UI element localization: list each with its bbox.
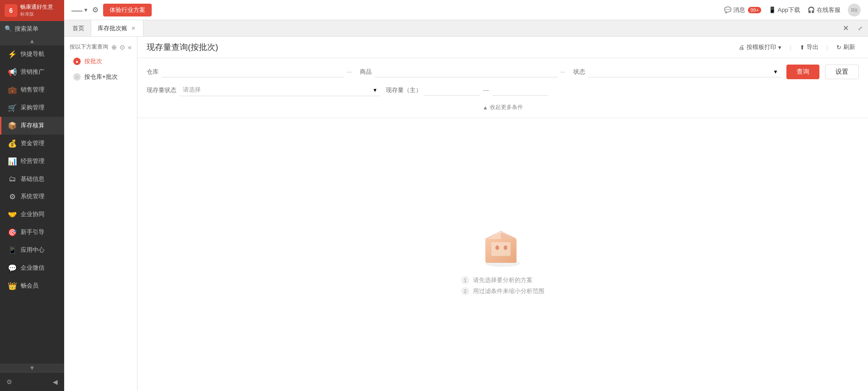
tab-home-label: 首页 (72, 24, 84, 33)
svg-point-5 (504, 245, 507, 250)
page-title: 现存量查询(按批次) (147, 42, 218, 53)
sidebar: 6 畅康通好生意 标准版 🔍 搜索菜单 ▲ ⚡ 快捷导航 📢 营销推广 💼 销售… (0, 0, 64, 391)
panel-expand-button[interactable]: ⤢ (854, 25, 866, 32)
sidebar-item-inventory[interactable]: 📦 库存核算 (0, 117, 64, 135)
warehouse-more-icon[interactable]: ··· (344, 68, 354, 76)
sidebar-item-marketing[interactable]: 📢 营销推广 (0, 63, 64, 81)
tab-home[interactable]: 首页 (66, 20, 91, 36)
svg-rect-3 (491, 242, 511, 256)
scheme-dot-active: ● (73, 58, 81, 65)
product-field: 商品 ··· (360, 66, 567, 77)
page-header: 现存量查询(按批次) 🖨 按模板打印 ▾ | ⬆ 导出 | ↻ (137, 37, 868, 58)
app-title: 畅康通好生意 (20, 4, 53, 11)
purchase-icon: 🛒 (8, 103, 17, 112)
sidebar-item-collab[interactable]: 🤝 企业协同 (0, 206, 64, 223)
collapse-panel-icon[interactable]: « (128, 43, 132, 51)
filter-row-1: 仓库 ··· 商品 ··· 状态 ▾ (147, 65, 859, 79)
app-subtitle: 标准版 (20, 11, 53, 17)
product-input[interactable] (374, 66, 557, 77)
guide-icon: 🎯 (8, 228, 17, 237)
sidebar-item-wechat[interactable]: 💬 企业微信 (0, 259, 64, 277)
app-download-button[interactable]: 📱 App下载 (769, 6, 800, 14)
set-button[interactable]: 设置 (825, 65, 859, 79)
inventory-status-select[interactable]: 请选择 ▾ (179, 84, 380, 96)
print-dropdown-icon[interactable]: ▾ (778, 44, 781, 51)
product-more-icon[interactable]: ··· (558, 68, 568, 76)
collapse-btn-label: 收起更多条件 (490, 103, 523, 111)
sidebar-item-basic[interactable]: 🗂 基础信息 (0, 170, 64, 188)
sidebar-item-purchase[interactable]: 🛒 采购管理 (0, 99, 64, 117)
sidebar-item-quick-nav[interactable]: ⚡ 快捷导航 (0, 45, 64, 63)
sidebar-item-sales[interactable]: 💼 销售管理 (0, 81, 64, 99)
settings-footer-icon[interactable]: ⚙ (5, 376, 14, 387)
settings-scheme-icon[interactable]: ⊙ (120, 43, 125, 51)
wechat-icon: 💬 (8, 264, 17, 272)
print-template-label: 按模板打印 (747, 43, 776, 51)
topbar: ▬▬ ▾ ⚙ 体验行业方案 💬 消息 99+ 📱 App下载 🎧 在线客服 Ri… (64, 0, 868, 20)
filter-panel: 按以下方案查询 ⊕ ⊙ « ● 按批次 ○ 按仓库+批次 (64, 37, 137, 391)
refresh-button[interactable]: ↻ 刷新 (833, 41, 859, 53)
inventory-status-field: 现存量状态 请选择 ▾ (147, 84, 380, 96)
panel-close-button[interactable]: ✕ (837, 24, 854, 33)
scheme-by-batch[interactable]: ● 按批次 (64, 54, 137, 69)
action-divider: | (790, 44, 791, 51)
filter-area: 仓库 ··· 商品 ··· 状态 ▾ (137, 58, 868, 118)
warehouse-input[interactable] (161, 66, 344, 77)
filter-panel-actions: ⊕ ⊙ « (111, 43, 132, 51)
inventory-qty-min-input[interactable] (424, 85, 479, 96)
sidebar-item-member[interactable]: 👑 畅会员 (0, 277, 64, 295)
collab-icon: 🤝 (8, 210, 17, 219)
tab-inventory-batch[interactable]: 库存批次账 ✕ (91, 20, 143, 36)
sidebar-item-label: 销售管理 (21, 86, 44, 94)
sidebar-item-label: 采购管理 (21, 103, 44, 112)
sidebar-item-guide[interactable]: 🎯 新手引导 (0, 223, 64, 241)
topbar-settings-icon[interactable]: ⚙ (92, 5, 99, 14)
service-icon: 🎧 (808, 6, 815, 13)
trial-button[interactable]: 体验行业方案 (103, 4, 152, 16)
svg-point-4 (495, 245, 499, 250)
sidebar-item-label: 营销推广 (21, 68, 44, 76)
print-icon: 🖨 (739, 44, 745, 51)
messages-button[interactable]: 💬 消息 99+ (724, 6, 761, 14)
query-button[interactable]: 查询 (786, 65, 819, 79)
export-button[interactable]: ⬆ 导出 (796, 41, 822, 53)
sidebar-item-system[interactable]: ⚙ 系统管理 (0, 188, 64, 206)
empty-hint-1: 1 请先选择要分析的方案 (461, 276, 544, 284)
system-icon: ⚙ (8, 192, 17, 201)
sidebar-scroll-down[interactable]: ▼ (0, 364, 64, 372)
hint-text-1: 请先选择要分析的方案 (473, 276, 533, 284)
sidebar-item-finance[interactable]: 💰 资金管理 (0, 135, 64, 152)
collapse-filter-button[interactable]: ▲ 收起更多条件 (147, 101, 859, 111)
scheme-by-warehouse-batch[interactable]: ○ 按仓库+批次 (64, 69, 137, 85)
collapse-sidebar-icon[interactable]: ◀ (51, 376, 60, 387)
main-content: 现存量查询(按批次) 🖨 按模板打印 ▾ | ⬆ 导出 | ↻ (137, 37, 868, 391)
refresh-icon: ↻ (836, 44, 841, 51)
scheme-by-batch-label: 按批次 (84, 57, 102, 65)
message-icon: 💬 (724, 6, 731, 13)
inventory-status-dropdown-icon: ▾ (374, 87, 377, 93)
topbar-dropdown[interactable]: ▬▬ ▾ (71, 6, 88, 13)
inventory-icon: 📦 (8, 121, 17, 130)
tab-close-icon[interactable]: ✕ (130, 24, 137, 33)
scheme-by-warehouse-batch-label: 按仓库+批次 (84, 73, 118, 81)
status-field: 状态 ▾ (573, 66, 781, 77)
print-template-button[interactable]: 🖨 按模板打印 ▾ (735, 41, 785, 53)
operations-icon: 📊 (8, 157, 17, 166)
empty-hints: 1 请先选择要分析的方案 2 用过滤条件来缩小分析范围 (461, 276, 544, 295)
status-select[interactable]: ▾ (588, 66, 781, 77)
scheme-dot-inactive: ○ (73, 73, 81, 81)
online-service-button[interactable]: 🎧 在线客服 (808, 6, 841, 14)
dropdown-arrow-icon: ▾ (84, 6, 88, 13)
sidebar-item-label: 经营管理 (21, 157, 44, 165)
user-avatar[interactable]: Rit (848, 4, 861, 16)
add-scheme-icon[interactable]: ⊕ (111, 43, 117, 51)
collapse-arrow-icon: ▲ (483, 104, 488, 111)
inventory-qty-max-input[interactable] (493, 85, 548, 96)
sidebar-scroll-up[interactable]: ▲ (0, 37, 64, 45)
search-menu[interactable]: 🔍 搜索菜单 (0, 21, 64, 37)
sidebar-item-apps[interactable]: 📱 应用中心 (0, 241, 64, 259)
empty-illustration (475, 214, 530, 269)
app-logo: 6 (5, 4, 17, 17)
sidebar-item-operations[interactable]: 📊 经营管理 (0, 152, 64, 170)
filter-panel-header: 按以下方案查询 ⊕ ⊙ « (64, 40, 137, 54)
